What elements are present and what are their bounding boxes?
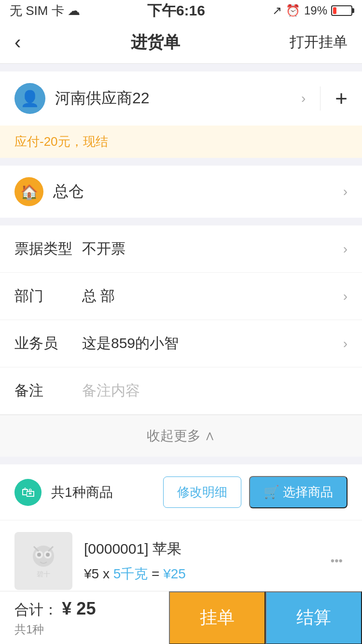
remark-input[interactable]: 备注内容 [82, 381, 348, 401]
remark-row[interactable]: 备注 备注内容 [0, 367, 362, 415]
invoice-arrow-icon: › [343, 241, 348, 257]
svg-point-4 [46, 553, 50, 557]
invoice-type-label: 票据类型 [14, 239, 82, 259]
location-icon: ↗ [272, 4, 282, 17]
select-product-button[interactable]: 🛒 选择商品 [249, 476, 348, 508]
equals-sign: = [152, 566, 163, 581]
product-code: [0000001] [84, 541, 148, 557]
status-time: 下午6:16 [147, 1, 205, 21]
department-value: 总 部 [82, 286, 343, 306]
total-section: 合计： ¥ 25 共1种 [0, 599, 169, 637]
product-name: [0000001] 苹果 [84, 539, 326, 559]
total-amount: ¥ 25 [62, 599, 96, 618]
bottom-bar: 合计： ¥ 25 共1种 挂单 结算 [0, 591, 362, 644]
product-price-row: ¥5 x 5千克 = ¥25 [84, 565, 326, 583]
department-row[interactable]: 部门 总 部 › [0, 273, 362, 320]
product-title: 苹果 [153, 541, 181, 557]
owl-logo: 碧十 [24, 542, 63, 580]
status-left: 无 SIM 卡 ☁ [10, 2, 80, 19]
salesperson-value: 这是859的小智 [82, 334, 343, 353]
status-right: ↗ ⏰ 19% [272, 4, 352, 17]
battery-percent: 19% [304, 4, 327, 17]
product-count-text: 共1种商品 [51, 483, 163, 502]
product-thumbnail: 碧十 [14, 532, 72, 590]
product-info: [0000001] 苹果 ¥5 x 5千克 = ¥25 [84, 539, 326, 583]
hang-button[interactable]: 挂单 [169, 591, 265, 644]
product-item: 碧十 [0000001] 苹果 ¥5 x 5千克 = ¥25 ••• [0, 520, 362, 602]
product-section: 🛍 共1种商品 修改明细 🛒 选择商品 碧十 [0, 464, 362, 602]
quantity: 5千克 [113, 566, 148, 581]
total-label: 合计： [14, 602, 58, 617]
supplier-arrow-icon: › [301, 91, 306, 106]
warehouse-row[interactable]: 🏠 总仓 › [0, 166, 362, 218]
warehouse-card[interactable]: 🏠 总仓 › [0, 166, 362, 218]
battery-tip [352, 8, 354, 13]
product-header: 🛍 共1种商品 修改明细 🛒 选择商品 [0, 464, 362, 520]
add-supplier-button[interactable]: + [320, 86, 348, 111]
remark-label: 备注 [14, 381, 82, 401]
warehouse-icon: 🏠 [14, 177, 43, 206]
invoice-type-value: 不开票 [82, 239, 343, 259]
unit-price: ¥5 [84, 566, 99, 581]
supplier-row[interactable]: 👤 河南供应商22 › + [0, 71, 362, 126]
settle-button[interactable]: 结算 [265, 591, 362, 644]
supplier-avatar: 👤 [14, 83, 45, 114]
svg-point-3 [37, 553, 41, 557]
salesperson-row[interactable]: 业务员 这是859的小智 › [0, 320, 362, 367]
form-card: 票据类型 不开票 › 部门 总 部 › 业务员 这是859的小智 › 备注 备注… [0, 225, 362, 457]
select-product-label: 选择商品 [283, 484, 333, 501]
multiply-sign: x [103, 566, 113, 581]
battery-icon [331, 5, 352, 16]
department-label: 部门 [14, 286, 82, 306]
notice-bar: 应付-20元，现结 [0, 126, 362, 158]
sim-label: 无 SIM 卡 ☁ [10, 2, 80, 19]
product-more-button[interactable]: ••• [326, 549, 348, 573]
product-count-icon: 🛍 [14, 479, 42, 506]
nav-bar: ‹ 进货单 打开挂单 [0, 21, 362, 64]
svg-text:碧十: 碧十 [37, 570, 50, 578]
total-main: 合计： ¥ 25 [14, 599, 154, 620]
battery-fill [333, 7, 336, 14]
back-button[interactable]: ‹ [14, 31, 21, 53]
subtotal: ¥25 [163, 566, 186, 581]
invoice-type-row[interactable]: 票据类型 不开票 › [0, 225, 362, 273]
cart-add-icon: 🛒 [264, 485, 279, 500]
warehouse-name: 总仓 [53, 181, 343, 202]
alarm-icon: ⏰ [286, 4, 300, 17]
edit-detail-button[interactable]: 修改明细 [163, 476, 241, 508]
supplier-card: 👤 河南供应商22 › + 应付-20元，现结 [0, 71, 362, 158]
cart-icon: 🛍 [21, 484, 35, 500]
avatar-icon: 👤 [20, 89, 40, 108]
open-hang-button[interactable]: 打开挂单 [290, 32, 348, 52]
total-sub: 共1种 [14, 622, 154, 637]
content-area: 👤 河南供应商22 › + 应付-20元，现结 🏠 总仓 › 票据类型 不开票 … [0, 71, 362, 644]
page-title: 进货单 [131, 31, 180, 54]
salesperson-arrow-icon: › [343, 336, 348, 351]
collapse-bar[interactable]: 收起更多 ∧ [0, 415, 362, 457]
department-arrow-icon: › [343, 289, 348, 304]
supplier-name: 河南供应商22 [55, 88, 301, 109]
warehouse-arrow-icon: › [343, 184, 348, 199]
salesperson-label: 业务员 [14, 334, 82, 353]
status-bar: 无 SIM 卡 ☁ 下午6:16 ↗ ⏰ 19% [0, 0, 362, 21]
